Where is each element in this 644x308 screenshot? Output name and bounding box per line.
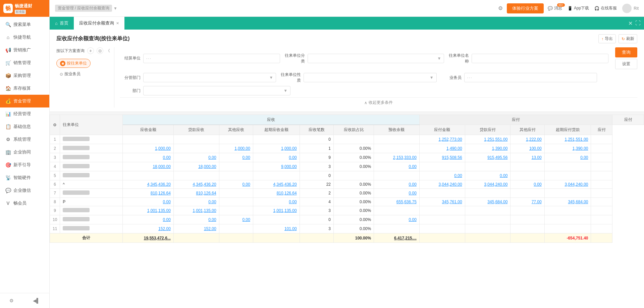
cell-ar_loan[interactable]: 0.00 (173, 198, 219, 206)
tab-home[interactable]: ⌂ 首页 (50, 17, 74, 30)
cell-advance[interactable]: 0.00 (374, 162, 420, 171)
cell-ap_amt[interactable]: 0.00 (419, 171, 465, 180)
cell-ar_other[interactable]: 0.00 (219, 180, 253, 189)
cell-ap_other[interactable]: 77.00 (511, 198, 544, 206)
cell-ar_amt[interactable]: 1,000.00 (123, 144, 173, 153)
cell-ap_other[interactable]: 13.00 (511, 153, 544, 162)
filter-config-button[interactable]: ◎ (97, 47, 103, 54)
message-button[interactable]: 💬 消息 99+ (548, 5, 562, 11)
solution-button[interactable]: 体验行业方案 (507, 3, 544, 13)
refresh-button[interactable]: ↻ 刷新 (619, 34, 637, 43)
cell-ar_overdue[interactable]: 810,126.64 (253, 189, 300, 198)
sidebar-item-search[interactable]: 🔍 搜索菜单 (0, 18, 49, 31)
cell-ap_overdue[interactable]: 345,684.00 (544, 198, 591, 206)
cell-ar_overdue[interactable]: 4,345,436.20 (253, 180, 300, 189)
cell-ar_loan[interactable]: 0.00 (173, 215, 219, 224)
cell-ap_loan[interactable]: 915,495.56 (465, 153, 511, 162)
sidebar-item-system[interactable]: ⚙ 系统管理 (0, 133, 49, 146)
table-settings-col[interactable]: ⚙ (50, 115, 60, 135)
topbar-gear-icon[interactable]: ⚙ (498, 5, 503, 11)
unit-nature-input[interactable]: ▼ (304, 73, 436, 82)
online-service-button[interactable]: 🎧 在线客服 (594, 5, 617, 11)
sidebar-item-operation[interactable]: 📊 经营管理 (0, 107, 49, 120)
cell-ar_amt[interactable]: 0.00 (123, 215, 173, 224)
cell-ar_loan[interactable]: 1,001,135.00 (173, 206, 219, 215)
cell-ap_loan[interactable]: 345,684.00 (465, 198, 511, 206)
cell-ap_loan[interactable]: 1,390.00 (465, 144, 511, 153)
cell-advance[interactable]: 0.00 (374, 189, 420, 198)
user-area[interactable]: Rit (622, 4, 639, 13)
cell-ap_overdue[interactable]: 1,251,551.00 (544, 135, 591, 144)
total-advance[interactable]: 6,417,215.... (374, 233, 420, 243)
cell-ar_other[interactable]: 0.00 (219, 153, 253, 162)
cell-ar_overdue[interactable]: 9,000.00 (253, 162, 300, 171)
export-button[interactable]: ↑ 导出 (598, 34, 616, 43)
unit-category-input[interactable]: ▼ (308, 54, 444, 63)
department-input[interactable]: ▼ (143, 86, 290, 95)
cell-ar_amt[interactable]: 0.00 (123, 198, 173, 206)
query-button[interactable]: 查询 (615, 47, 637, 57)
filter-collapse-button[interactable]: 《 (106, 48, 110, 54)
sidebar-item-guide[interactable]: 🎯 新手引导 (0, 159, 49, 171)
cell-ap_amt[interactable]: 1,252,773.00 (419, 135, 465, 144)
tab-close-icon[interactable]: ✕ (116, 21, 119, 26)
cell-ar_amt[interactable]: 18,000.00 (123, 162, 173, 171)
cell-ap_overdue[interactable]: 0.00 (544, 153, 591, 162)
sidebar-item-base[interactable]: 📋 基础信息 (0, 120, 49, 133)
sidebar-item-quick[interactable]: ⌂ 快捷导航 (0, 31, 49, 44)
unit-name-input[interactable] (472, 54, 608, 63)
cell-ap_loan[interactable]: 1,251,551.00 (465, 135, 511, 144)
cell-ar_overdue[interactable]: 1,000.00 (253, 144, 300, 153)
cell-advance[interactable]: 655,636.75 (374, 198, 420, 206)
settlement-unit-input[interactable]: ··· (143, 54, 280, 63)
collapse-more-button[interactable]: ∧ 收起更多条件 (120, 97, 637, 107)
cell-ar_amt[interactable]: 810,126.64 (123, 189, 173, 198)
cell-ar_amt[interactable]: 152.00 (123, 224, 173, 233)
cell-ap_other[interactable]: 0.00 (511, 180, 544, 189)
cell-ar_other[interactable]: 0.00 (219, 215, 253, 224)
cell-ap_other[interactable]: 1,222.00 (511, 135, 544, 144)
sidebar-settings-btn[interactable]: ⚙ (7, 297, 16, 305)
cell-ar_overdue[interactable]: 1,001,135.00 (253, 206, 300, 215)
cell-ar_loan[interactable]: 4,345,436.20 (173, 180, 219, 189)
cell-ar_overdue[interactable]: 101.00 (253, 224, 300, 233)
cell-ap_amt[interactable]: 3,044,240.00 (419, 180, 465, 189)
cell-advance[interactable]: 2,153,333.00 (374, 153, 420, 162)
cell-ap_overdue[interactable]: 3,044,240.00 (544, 180, 591, 189)
cell-ar_amt[interactable]: 0.00 (123, 153, 173, 162)
cell-ar_overdue[interactable]: 0.00 (253, 198, 300, 206)
sidebar-item-purchase[interactable]: 📦 采购管理 (0, 69, 49, 82)
cell-ar_amt[interactable]: 4,345,436.20 (123, 180, 173, 189)
sidebar-item-inventory[interactable]: 🏠 库存核算 (0, 82, 49, 95)
sidebar-item-sales[interactable]: 🛒 销售管理 (0, 56, 49, 69)
sidebar-item-wechat[interactable]: 💬 企业微信 (0, 184, 49, 197)
staff-input[interactable]: ··· (464, 73, 597, 82)
cell-ap_loan[interactable]: 0.00 (465, 171, 511, 180)
sidebar-collapse-btn[interactable]: ◀▌ (30, 297, 43, 305)
tab-close-window-icon[interactable]: ✕ (628, 20, 633, 27)
sidebar-item-hardware[interactable]: 📡 智能硬件 (0, 171, 49, 184)
cell-ap_loan[interactable]: 3,044,240.00 (465, 180, 511, 189)
cell-ar_other[interactable]: 1,000.00 (219, 144, 253, 153)
breadcrumb-dropdown[interactable]: ▼ (113, 6, 117, 11)
plan-by-unit[interactable]: ◉ 按往来单位 (56, 59, 91, 68)
cell-ap_amt[interactable]: 345,761.00 (419, 198, 465, 206)
app-download-button[interactable]: 📱 App下载 (568, 5, 589, 11)
cell-ar_loan[interactable]: 810,126.64 (173, 189, 219, 198)
cell-ap_overdue[interactable]: 1,390.00 (544, 144, 591, 153)
dept-input[interactable]: ▼ (143, 73, 276, 82)
tab-query[interactable]: 应收应付余额查询 ✕ (74, 17, 124, 30)
setting-button[interactable]: 设置 (615, 59, 637, 69)
filter-add-button[interactable]: + (87, 47, 94, 54)
cell-ar_amt[interactable]: 1,001,135.00 (123, 206, 173, 215)
cell-ar_loan[interactable]: 0.00 (173, 153, 219, 162)
sidebar-item-member[interactable]: V 畅会员 (0, 197, 49, 210)
cell-ar_loan[interactable]: 152.00 (173, 224, 219, 233)
cell-ap_amt[interactable]: 1,490.00 (419, 144, 465, 153)
sidebar-item-fund[interactable]: 💰 资金管理 (0, 95, 49, 107)
tab-maximize-icon[interactable]: ⛶ (635, 20, 641, 26)
sidebar-item-marketing[interactable]: 📢 营销推广 (0, 44, 49, 56)
sidebar-item-enterprise[interactable]: 🏢 企业协同 (0, 146, 49, 159)
cell-advance[interactable]: 0.00 (374, 215, 420, 224)
total-ar-amt[interactable]: 19,553,472,6... (123, 233, 173, 243)
